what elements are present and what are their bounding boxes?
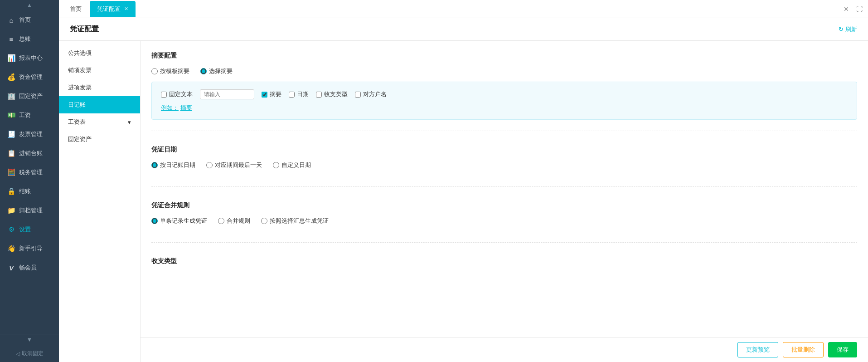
radio-template-summary[interactable]: 按模板摘要	[151, 67, 189, 75]
section-summary: 摘要配置 按模板摘要 选择摘要	[151, 52, 857, 131]
radio-single[interactable]: 单条记录生成凭证	[151, 217, 207, 225]
archive-icon: 📁	[7, 206, 15, 215]
tab-home[interactable]: 首页	[63, 1, 89, 17]
radio-select-summary[interactable]: 选择摘要	[200, 67, 233, 75]
sidebar-item-guide[interactable]: 👋 新手引导	[0, 239, 59, 258]
radio-merge-rule[interactable]: 合并规则	[218, 217, 250, 225]
sidebar-item-settings[interactable]: ⚙ 设置	[0, 220, 59, 239]
pin-icon: ◁	[16, 351, 20, 357]
right-scroll-container: 摘要配置 按模板摘要 选择摘要	[141, 41, 868, 362]
inout-icon: 📋	[7, 149, 15, 157]
fixed-text-input[interactable]	[200, 89, 254, 99]
save-button[interactable]: 保存	[828, 342, 857, 357]
close-account-icon: 🔒	[7, 187, 15, 196]
sidebar-item-salary[interactable]: 💵 工资	[0, 106, 59, 125]
checkbox-date[interactable]: 日期	[289, 90, 309, 98]
summary-checkbox-row: 固定文本 摘要 日期	[161, 89, 848, 99]
invoice-icon: 🧾	[7, 130, 15, 138]
sidebar-scroll-up[interactable]: ▲	[0, 0, 59, 10]
checkbox-income-type[interactable]: 收支类型	[316, 90, 348, 98]
checkbox-fixed-text[interactable]: 固定文本	[161, 90, 193, 98]
sidebar-item-archive[interactable]: 📁 归档管理	[0, 201, 59, 220]
sidebar-scroll-down[interactable]: ▼	[0, 334, 59, 345]
refresh-button[interactable]: ↻ 刷新	[839, 25, 857, 34]
section-summary-title: 摘要配置	[151, 52, 857, 60]
left-nav-journal[interactable]: 日记账	[59, 96, 140, 113]
radio-period-last[interactable]: 对应期间最后一天	[206, 161, 262, 169]
left-nav-public[interactable]: 公共选项	[59, 44, 140, 62]
window-close-icon[interactable]: ✕	[842, 5, 851, 14]
left-nav: 公共选项 销项发票 进项发票 日记账 工资表 ▾ 固定资产	[59, 41, 141, 362]
section-date-title: 凭证日期	[151, 146, 857, 154]
tab-bar: 首页 凭证配置 ✕ ✕ ⛶	[59, 0, 868, 18]
radio-select-merge[interactable]: 按照选择汇总生成凭证	[261, 217, 329, 225]
tab-close-icon[interactable]: ✕	[124, 6, 128, 12]
left-nav-fixed-asset[interactable]: 固定资产	[59, 131, 140, 148]
radio-journal-date[interactable]: 按日记账日期	[151, 161, 195, 169]
page-header: 凭证配置 ↻ 刷新	[59, 18, 868, 41]
tax-icon: 🧮	[7, 168, 15, 176]
checkbox-counterpart[interactable]: 对方户名	[355, 90, 387, 98]
ledger-icon: ≡	[7, 35, 15, 43]
section-date: 凭证日期 按日记账日期 对应期间最后一天	[151, 146, 857, 187]
section-merge: 凭证合并规则 单条记录生成凭证 合并规则	[151, 201, 857, 243]
tab-bar-right: ✕ ⛶	[842, 5, 864, 14]
fund-icon: 💰	[7, 73, 15, 81]
section-income-type: 收支类型	[151, 257, 857, 284]
tab-voucher[interactable]: 凭证配置 ✕	[90, 1, 136, 17]
sidebar-item-invoice[interactable]: 🧾 发票管理	[0, 125, 59, 144]
content-area: 凭证配置 ↻ 刷新 公共选项 销项发票 进项发票 日记账	[59, 18, 868, 362]
summary-config-box: 固定文本 摘要 日期	[151, 82, 857, 120]
sidebar-item-close[interactable]: 🔒 结账	[0, 182, 59, 201]
left-nav-payroll[interactable]: 工资表 ▾	[59, 113, 140, 131]
main-area: 首页 凭证配置 ✕ ✕ ⛶ 凭证配置 ↻ 刷新 公共选项	[59, 0, 868, 362]
left-nav-purchase[interactable]: 进项发票	[59, 79, 140, 96]
body-split: 公共选项 销项发票 进项发票 日记账 工资表 ▾ 固定资产	[59, 41, 868, 362]
checkbox-abstract[interactable]: 摘要	[262, 90, 281, 98]
salary-icon: 💵	[7, 111, 15, 119]
sidebar-item-fund[interactable]: 💰 资金管理	[0, 68, 59, 87]
refresh-icon: ↻	[839, 26, 844, 33]
page-title: 凭证配置	[70, 24, 99, 34]
batch-delete-button[interactable]: 批量删除	[783, 342, 824, 357]
unfix-button[interactable]: ◁ 取消固定	[0, 345, 59, 362]
summary-example: 例如： 摘要	[161, 104, 848, 112]
sidebar-item-tax[interactable]: 🧮 税务管理	[0, 163, 59, 182]
bottom-bar: 更新预览 批量删除 保存	[141, 337, 868, 362]
example-value-link[interactable]: 摘要	[180, 104, 192, 111]
settings-icon: ⚙	[7, 225, 15, 234]
window-expand-icon[interactable]: ⛶	[854, 5, 864, 14]
update-preview-button[interactable]: 更新预览	[737, 342, 778, 357]
radio-custom-date[interactable]: 自定义日期	[273, 161, 311, 169]
section-merge-title: 凭证合并规则	[151, 201, 857, 210]
sidebar: ▲ ⌂ 首页 ≡ 总账 📊 报表中心 💰 资金管理 🏢 固定资产 💵 工资 🧾 …	[0, 0, 59, 362]
section-income-type-title: 收支类型	[151, 257, 857, 265]
sidebar-item-vip[interactable]: V 畅会员	[0, 258, 59, 277]
report-icon: 📊	[7, 54, 15, 62]
sidebar-item-inout[interactable]: 📋 进销台账	[0, 144, 59, 163]
date-radio-group: 按日记账日期 对应期间最后一天 自定义日期	[151, 161, 857, 169]
left-nav-sales[interactable]: 销项发票	[59, 62, 140, 79]
right-content: 摘要配置 按模板摘要 选择摘要	[141, 41, 868, 337]
sidebar-item-home[interactable]: ⌂ 首页	[0, 10, 59, 29]
summary-radio-group: 按模板摘要 选择摘要	[151, 67, 857, 75]
sidebar-item-ledger[interactable]: ≡ 总账	[0, 29, 59, 49]
sidebar-item-asset[interactable]: 🏢 固定资产	[0, 87, 59, 106]
merge-radio-group: 单条记录生成凭证 合并规则 按照选择汇总生成凭证	[151, 217, 857, 225]
asset-icon: 🏢	[7, 92, 15, 100]
sidebar-bottom: ▼ ◁ 取消固定	[0, 334, 59, 362]
guide-icon: 👋	[7, 245, 15, 253]
vip-icon: V	[7, 264, 15, 272]
sidebar-item-report[interactable]: 📊 报表中心	[0, 49, 59, 68]
home-icon: ⌂	[7, 16, 15, 24]
chevron-down-icon: ▾	[128, 119, 131, 126]
